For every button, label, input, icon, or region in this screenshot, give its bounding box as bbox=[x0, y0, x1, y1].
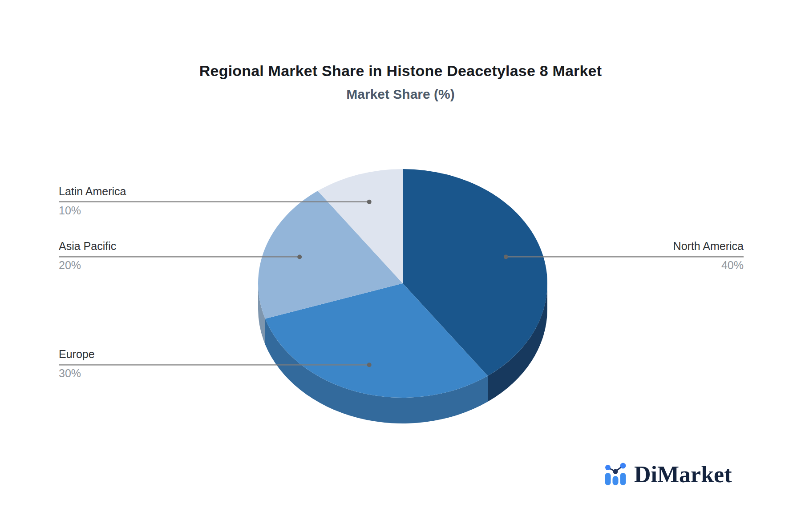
logo-dot-left bbox=[605, 465, 611, 470]
pie-chart: North America40%Europe30%Asia Pacific20%… bbox=[0, 0, 801, 532]
callout-value: 30% bbox=[59, 367, 81, 379]
callout-dot bbox=[367, 363, 372, 367]
callout-label: Latin America bbox=[59, 185, 126, 197]
callout-dot bbox=[367, 200, 372, 204]
callout-label: Europe bbox=[59, 348, 95, 360]
logo-bar-left bbox=[605, 473, 611, 485]
logo-dot-middle bbox=[613, 469, 618, 474]
callout-value: 10% bbox=[59, 204, 81, 217]
callout-value: 40% bbox=[721, 259, 744, 271]
logo-dot-right bbox=[620, 463, 626, 469]
callout-dot bbox=[504, 254, 508, 259]
pie-top bbox=[258, 169, 547, 398]
logo-bar-right bbox=[620, 473, 626, 485]
dimarket-logo: DiMarket bbox=[603, 462, 732, 488]
callout-dot bbox=[297, 254, 302, 259]
callout-value: 20% bbox=[59, 259, 81, 271]
logo-bar-middle bbox=[613, 476, 619, 485]
callout-label: Asia Pacific bbox=[59, 240, 116, 252]
logo-bars-trend-icon bbox=[603, 462, 627, 488]
callout-label: North America bbox=[673, 240, 744, 252]
logo-text: DiMarket bbox=[634, 462, 732, 488]
